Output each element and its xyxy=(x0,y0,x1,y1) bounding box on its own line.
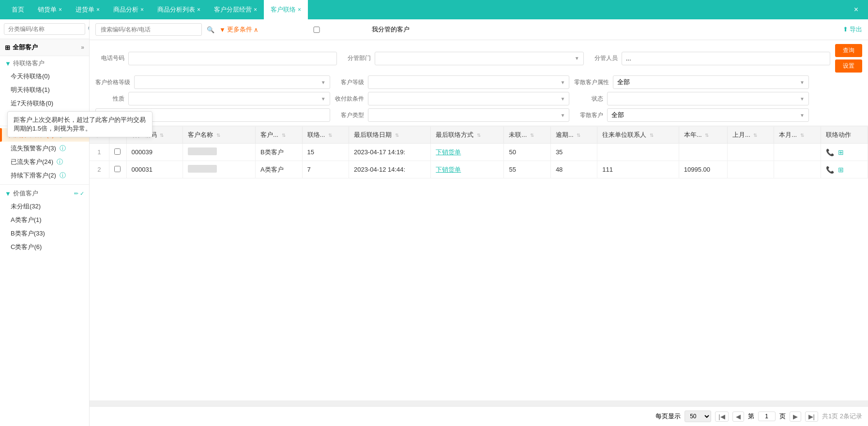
sort-code-icon[interactable]: ⇅ xyxy=(160,132,164,138)
sidebar-item-declining[interactable]: 持续下滑客户(2) ⓘ xyxy=(0,169,89,182)
row-action-2: 📞 ⊞ xyxy=(821,161,868,178)
sidebar-item-churn-warning[interactable]: 流失预警客户(3) ⓘ xyxy=(0,142,89,155)
sort-tmonth-icon[interactable]: ⇅ xyxy=(800,132,804,138)
sidebar-item-a-class[interactable]: A类客户(1) xyxy=(0,213,89,227)
page-number-input[interactable] xyxy=(758,411,776,421)
sort-uncontacted-icon[interactable]: ⇅ xyxy=(530,132,534,138)
sort-name-icon[interactable]: ⇅ xyxy=(216,132,220,138)
nav-close-product-list[interactable]: × xyxy=(197,6,200,13)
sort-overdue-icon[interactable]: ⇅ xyxy=(577,132,580,138)
sidebar-item-unclassified[interactable]: 未分组(32) xyxy=(0,200,89,213)
nav-close-purchase[interactable]: × xyxy=(96,6,100,13)
retail-customer-dropdown[interactable]: 全部 ▼ xyxy=(607,108,809,122)
sidebar-item-c-class[interactable]: C类客户(6) xyxy=(0,240,89,254)
arrow-down-icon2: ▼ xyxy=(5,190,11,197)
row-select-1[interactable] xyxy=(114,148,121,155)
row-method-2: 下销货单 xyxy=(431,161,504,178)
dept-dropdown[interactable]: ▼ xyxy=(375,52,583,65)
sidebar-item-today[interactable]: 今天待联络(0) xyxy=(0,70,89,83)
sidebar-item-tomorrow[interactable]: 明天待联络(1) xyxy=(0,83,89,97)
sort-date-icon[interactable]: ⇅ xyxy=(395,132,399,138)
query-button[interactable]: 查询 xyxy=(835,44,862,57)
sort-contact-icon[interactable]: ⇅ xyxy=(328,132,332,138)
sort-lmonth-icon[interactable]: ⇅ xyxy=(753,132,757,138)
arrow-down-icon: ▼ xyxy=(5,60,11,67)
grid-action-icon-1[interactable]: ⊞ xyxy=(838,148,844,156)
edit-icon[interactable]: ✏ ✓ xyxy=(74,191,84,197)
sidebar-item-7days[interactable]: 近7天待联络(0) xyxy=(0,97,89,110)
status-dropdown[interactable]: ▼ xyxy=(607,92,809,105)
grid-action-icon-2[interactable]: ⊞ xyxy=(838,166,844,174)
th-customer-name: 客户名称 ⇅ xyxy=(183,127,256,144)
nav-close-contact[interactable]: × xyxy=(298,6,301,13)
contact-method-link-2[interactable]: 下销货单 xyxy=(436,166,461,173)
filter-bar: 🔍 ▼ 更多条件 ∧ 我分管的客户 ⬆ 导出 xyxy=(90,19,868,40)
phone-input[interactable] xyxy=(128,52,337,65)
row-select-2[interactable] xyxy=(114,166,121,172)
settings-button[interactable]: 设置 xyxy=(835,59,862,73)
value-customer-group[interactable]: ▼ 价值客户 ✏ ✓ xyxy=(0,187,89,200)
all-customers-header[interactable]: ⊞ 全部客户 » xyxy=(0,39,89,56)
row-date-1: 2023-04-17 14:19: xyxy=(349,144,430,161)
nav-sales-order[interactable]: 销货单 × xyxy=(31,0,69,19)
per-page-select[interactable]: 50 100 200 xyxy=(685,411,711,422)
nav-home[interactable]: 首页 xyxy=(5,0,31,19)
customer-type-dropdown[interactable]: ▼ xyxy=(368,108,570,122)
nature-dropdown[interactable]: ▼ xyxy=(128,92,330,105)
active-indicator xyxy=(0,128,2,142)
row-overdue-2: 48 xyxy=(550,161,597,178)
next-page-button[interactable]: ▶ xyxy=(790,411,801,422)
phone-icon-2[interactable]: 📞 xyxy=(826,166,834,174)
row-name-2 xyxy=(183,161,256,178)
table-row: 1 000039 B类客户 15 2023-04-17 14:19: 下销货单 xyxy=(90,144,868,161)
filter-customer-type: 客户类型 ▼ xyxy=(335,108,570,122)
filter-status: 状态 ▼ xyxy=(574,92,809,105)
export-button[interactable]: ⬆ 导出 xyxy=(843,25,862,34)
price-level-dropdown[interactable]: ▼ xyxy=(134,75,330,89)
person-input[interactable]: ... xyxy=(622,52,830,65)
search-button[interactable]: 🔍 xyxy=(207,26,214,33)
nav-close-segment[interactable]: × xyxy=(254,6,257,13)
top-navigation: 首页 销货单 × 进货单 × 商品分析 × 商品分析列表 × 客户分层经营 × … xyxy=(0,0,868,19)
more-conditions-button[interactable]: ▼ 更多条件 ∧ xyxy=(219,25,259,34)
pending-contact-group[interactable]: ▼ 待联络客户 xyxy=(0,56,89,70)
sort-type-icon[interactable]: ⇅ xyxy=(282,132,286,138)
nav-purchase[interactable]: 进货单 × xyxy=(69,0,107,19)
page-label2: 页 xyxy=(779,412,786,421)
nav-customer-segment[interactable]: 客户分层经营 × xyxy=(207,0,264,19)
first-page-button[interactable]: |◀ xyxy=(715,411,728,422)
sidebar-item-churned[interactable]: 已流失客户(24) ⓘ xyxy=(0,155,89,169)
contact-method-link-1[interactable]: 下销货单 xyxy=(436,148,461,156)
table-row: 2 000031 A类客户 7 2023-04-12 14:44: 下销货单 xyxy=(90,161,868,178)
phone-icon-1[interactable]: 📞 xyxy=(826,148,834,156)
sort-method-icon[interactable]: ⇅ xyxy=(477,132,481,138)
payment-dropdown[interactable]: ▼ xyxy=(368,92,570,105)
nav-customer-contact[interactable]: 客户联络 × xyxy=(264,0,308,19)
filter-person: 分管人员 ... xyxy=(589,52,830,65)
customer-table: ⚙ 客户编码 ⇅ 客户名称 ⇅ xyxy=(90,127,868,178)
nav-product-analysis[interactable]: 商品分析 × xyxy=(107,0,151,19)
sort-year-icon[interactable]: ⇅ xyxy=(705,132,709,138)
sidebar-item-b-class[interactable]: B类客户(33) xyxy=(0,227,89,240)
nav-product-analysis-list[interactable]: 商品分析列表 × xyxy=(151,0,207,19)
filter-customer-level: 客户等级 ▼ xyxy=(335,75,570,89)
sort-unit-icon[interactable]: ⇅ xyxy=(650,132,654,138)
filter-dept: 分管部门 ▼ xyxy=(342,52,583,65)
row-type-2: A类客户 xyxy=(256,161,302,178)
horizontal-scrollbar[interactable] xyxy=(90,400,868,406)
sidebar-collapse-icon[interactable]: » xyxy=(81,44,84,51)
retail-attr-dropdown[interactable]: 全部 ▼ xyxy=(613,75,809,89)
filter-row-1: 电话号码 分管部门 ▼ 分管人员 ... 查询 设置 xyxy=(95,44,862,73)
prev-page-button[interactable]: ◀ xyxy=(732,411,744,422)
my-customer-check[interactable] xyxy=(263,27,370,33)
th-last-contact-method: 最后联络方式 ⇅ xyxy=(431,127,504,144)
close-all-button[interactable]: × xyxy=(849,5,863,14)
customer-level-dropdown[interactable]: ▼ xyxy=(368,75,570,89)
row-checkbox-2 xyxy=(109,161,126,178)
sidebar-search-input[interactable] xyxy=(4,23,85,35)
nav-close-sales[interactable]: × xyxy=(59,6,62,13)
nav-close-product-analysis[interactable]: × xyxy=(140,6,144,13)
my-customer-checkbox[interactable]: 我分管的客户 xyxy=(263,25,410,34)
last-page-button[interactable]: ▶| xyxy=(805,411,818,422)
search-input[interactable] xyxy=(95,23,202,36)
